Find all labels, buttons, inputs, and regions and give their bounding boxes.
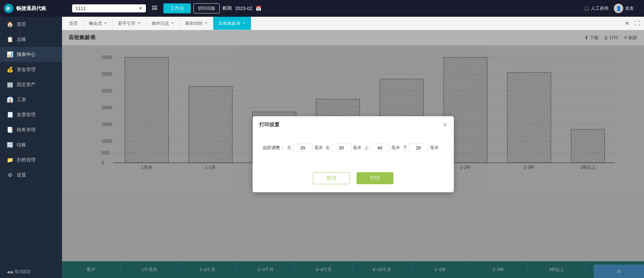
period-label: 账期 (222, 5, 232, 11)
tab-aging-label: 应收账龄表 (219, 20, 240, 26)
tab-period-close[interactable]: ✕ (205, 21, 208, 25)
left-unit: 毫米 (314, 145, 323, 151)
cancel-button[interactable]: 取消 (313, 172, 350, 184)
sidebar-label-reports: 报表中心 (17, 52, 36, 58)
tab-period[interactable]: 期末结转 ✕ (180, 17, 213, 30)
left-margin-input[interactable] (293, 144, 313, 152)
bottom-unit: 毫米 (430, 145, 439, 151)
sidebar-collapse-btn[interactable]: ◀◀ 取消固定 (0, 265, 62, 278)
modal-overlay: 打印设置 ✕ 边距调整： 左 毫米 (62, 30, 644, 278)
archive-icon: 📁 (7, 157, 13, 163)
header: 易 畅捷通易代账 1111 ▼ 工作台 切到旧版 账期 2023-02 📅 🎧 … (0, 0, 644, 17)
sidebar-item-tax[interactable]: 📑 税务管理 (0, 122, 62, 137)
assets-icon: 🏢 (7, 81, 13, 88)
logo-icon: 易 (3, 3, 14, 14)
sidebar-item-payroll[interactable]: 👔 工资 (0, 92, 62, 107)
sidebar-label-payroll: 工资 (17, 97, 26, 103)
tab-home[interactable]: 首页 (64, 17, 84, 30)
tab-aging[interactable]: 应收账龄表 ✕ (213, 17, 251, 30)
invoice-icon: 🧾 (7, 112, 13, 118)
top-margin-item: 上 毫米 (364, 144, 400, 152)
user-label: 友友 (625, 5, 634, 11)
tab-guide[interactable]: 新手引导 ✕ (113, 17, 146, 30)
sidebar-item-invoice[interactable]: 🧾 发票管理 (0, 107, 62, 122)
company-selector[interactable]: 1111 ▼ (72, 4, 146, 12)
tab-bar: 首页 畅会员 ✕ 新手引导 ✕ 操作日志 ✕ 期末结转 ✕ 应收账龄表 ✕ (62, 17, 644, 30)
sidebar-label-invoice: 发票管理 (17, 112, 36, 118)
user-area[interactable]: 👤 友友 (614, 4, 634, 13)
left-margin-label: 左 (287, 145, 291, 151)
settings-icon: ⚙ (7, 172, 13, 178)
tab-period-label: 期末结转 (185, 20, 203, 26)
header-main: 1111 ▼ 工作台 切到旧版 账期 2023-02 📅 (69, 0, 581, 17)
sidebar-label-checkout: 结账 (17, 142, 26, 148)
consult-button[interactable]: 🎧 人工咨询 (584, 5, 608, 11)
content-area: 首页 畅会员 ✕ 新手引导 ✕ 操作日志 ✕ 期末结转 ✕ 应收账龄表 ✕ (62, 17, 644, 278)
avatar: 👤 (614, 4, 623, 13)
tab-actions: ✕ ⛶ (624, 19, 644, 28)
tax-icon: 📑 (7, 127, 13, 133)
consult-label: 人工咨询 (591, 5, 608, 11)
main-layout: 🏠 首页 📋 总账 📊 报表中心 💰 资金管理 🏢 固定资产 👔 工资 (0, 17, 644, 278)
tab-home-label: 首页 (69, 20, 78, 26)
sidebar-scroll: 🏠 首页 📋 总账 📊 报表中心 💰 资金管理 🏢 固定资产 👔 工资 (0, 17, 62, 265)
top-margin-input[interactable] (370, 144, 390, 152)
reports-icon: 📊 (7, 51, 13, 58)
margin-group: 左 毫米 右 毫米 上 (287, 144, 439, 152)
logo-text: 畅捷通易代账 (16, 5, 46, 12)
sidebar-item-funds[interactable]: 💰 资金管理 (0, 62, 62, 77)
sidebar-label-funds: 资金管理 (17, 67, 36, 73)
sidebar-item-checkout[interactable]: 🔄 结账 (0, 137, 62, 152)
sidebar-label-assets: 固定资产 (17, 82, 36, 88)
tab-member-close[interactable]: ✕ (104, 21, 107, 25)
sidebar-label-settings: 设置 (17, 172, 26, 178)
sidebar-item-archive[interactable]: 📁 归档管理 (0, 152, 62, 167)
right-margin-input[interactable] (331, 144, 352, 152)
avatar-icon: 👤 (616, 6, 622, 11)
modal-header: 打印设置 ✕ (253, 116, 454, 134)
sidebar: 🏠 首页 📋 总账 📊 报表中心 💰 资金管理 🏢 固定资产 👔 工资 (0, 17, 62, 278)
archive-button[interactable] (149, 3, 161, 14)
tab-log-close[interactable]: ✕ (171, 21, 174, 25)
workbench-button[interactable]: 工作台 (163, 3, 191, 13)
tab-guide-close[interactable]: ✕ (138, 21, 141, 25)
tab-guide-label: 新手引导 (118, 20, 136, 26)
bottom-margin-label: 下 (403, 145, 407, 151)
logo-area: 易 畅捷通易代账 (3, 3, 65, 14)
bottom-margin-input[interactable] (409, 144, 429, 152)
sidebar-item-home[interactable]: 🏠 首页 (0, 17, 62, 32)
right-margin-item: 右 毫米 (326, 144, 362, 152)
modal-close-button[interactable]: ✕ (443, 122, 447, 128)
sidebar-item-ledger[interactable]: 📋 总账 (0, 32, 62, 47)
print-confirm-button[interactable]: 打印 (357, 172, 393, 184)
tab-log[interactable]: 操作日志 ✕ (146, 17, 180, 30)
tab-maximize-button[interactable]: ⛶ (633, 19, 641, 28)
left-margin-item: 左 毫米 (287, 144, 323, 152)
sidebar-item-reports[interactable]: 📊 报表中心 (0, 47, 62, 62)
tab-aging-close[interactable]: ✕ (243, 21, 246, 25)
company-name: 1111 (75, 6, 136, 11)
home-icon: 🏠 (7, 21, 13, 27)
right-unit: 毫米 (353, 145, 362, 151)
modal-title: 打印设置 (259, 122, 279, 128)
tab-close-button[interactable]: ✕ (624, 19, 631, 28)
top-margin-label: 上 (364, 145, 369, 151)
headset-icon: 🎧 (584, 6, 589, 11)
sidebar-label-archive: 归档管理 (17, 157, 36, 163)
switch-version-button[interactable]: 切到旧版 (194, 3, 220, 13)
calendar-icon[interactable]: 📅 (256, 6, 261, 11)
tab-log-label: 操作日志 (152, 20, 169, 26)
sidebar-label-home: 首页 (17, 21, 26, 27)
tab-member[interactable]: 畅会员 ✕ (84, 17, 113, 30)
tab-member-label: 畅会员 (89, 20, 102, 26)
margin-label: 边距调整： (263, 145, 284, 151)
header-right: 🎧 人工咨询 👤 友友 (584, 4, 641, 13)
collapse-label: 取消固定 (15, 269, 31, 275)
svg-rect-2 (152, 6, 157, 7)
sidebar-item-assets[interactable]: 🏢 固定资产 (0, 77, 62, 92)
modal-footer: 取消 打印 (253, 169, 454, 192)
sidebar-label-ledger: 总账 (17, 37, 26, 43)
sidebar-label-tax: 税务管理 (17, 127, 36, 133)
sidebar-item-settings[interactable]: ⚙ 设置 (0, 167, 62, 183)
print-settings-modal: 打印设置 ✕ 边距调整： 左 毫米 (253, 116, 454, 192)
